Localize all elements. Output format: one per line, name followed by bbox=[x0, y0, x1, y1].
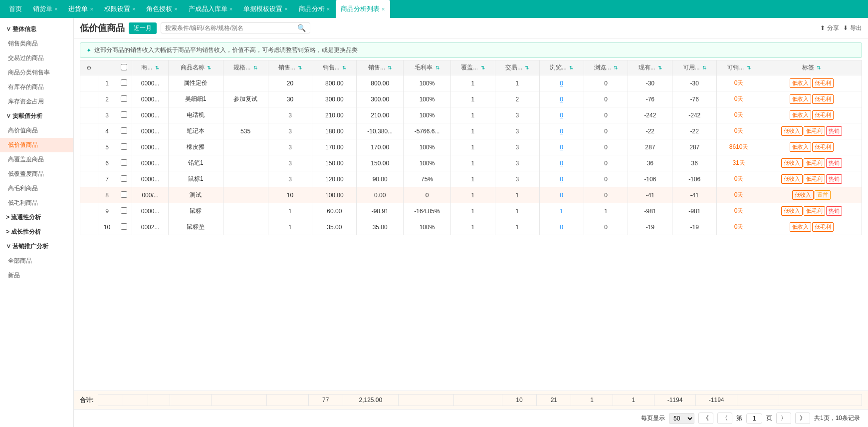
row-browse1[interactable]: 0 bbox=[539, 155, 584, 171]
row-browse1[interactable]: 0 bbox=[539, 139, 584, 155]
row-checkbox[interactable] bbox=[121, 175, 127, 182]
close-tab-icon[interactable]: × bbox=[284, 6, 287, 12]
sidebar-item-低毛利商品[interactable]: 低毛利商品 bbox=[0, 196, 73, 210]
th-sales-amount[interactable]: 销售... ⇅ bbox=[357, 60, 404, 75]
total-label: 合计: bbox=[80, 396, 94, 405]
sidebar-item-库存资金占用[interactable]: 库存资金占用 bbox=[0, 94, 73, 109]
total-cell-7: 2,125.00 bbox=[343, 395, 398, 406]
nav-item-单据模板设置[interactable]: 单据模板设置× bbox=[238, 0, 292, 18]
per-page-select[interactable]: 50 100 200 bbox=[669, 413, 694, 424]
sidebar-item-有库存的商品[interactable]: 有库存的商品 bbox=[0, 80, 73, 94]
row-checkbox[interactable] bbox=[121, 127, 127, 134]
row-browse1[interactable]: 0 bbox=[539, 75, 584, 91]
th-settings[interactable]: ⚙ bbox=[80, 60, 98, 75]
total-cell-15: -1194 bbox=[696, 395, 737, 406]
th-sales-price[interactable]: 销售... ⇅ bbox=[312, 60, 357, 75]
close-tab-icon[interactable]: × bbox=[382, 6, 385, 12]
row-browse1[interactable]: 0 bbox=[539, 219, 584, 235]
row-check[interactable] bbox=[116, 123, 132, 139]
row-checkbox[interactable] bbox=[121, 143, 127, 150]
sidebar-item-高毛利商品[interactable]: 高毛利商品 bbox=[0, 181, 73, 196]
sidebar-item-交易过的商品[interactable]: 交易过的商品 bbox=[0, 51, 73, 65]
close-tab-icon[interactable]: × bbox=[54, 6, 57, 12]
close-tab-icon[interactable]: × bbox=[132, 6, 135, 12]
row-check[interactable] bbox=[116, 155, 132, 171]
th-browse2[interactable]: 浏览... ⇅ bbox=[584, 60, 628, 75]
nav-item-销货单[interactable]: 销货单× bbox=[28, 0, 62, 18]
row-current-stock: -76 bbox=[628, 91, 672, 107]
next-page-button[interactable]: 〉 bbox=[776, 413, 791, 424]
th-cover[interactable]: 覆盖... ⇅ bbox=[450, 60, 495, 75]
select-all-checkbox[interactable] bbox=[121, 64, 127, 70]
nav-item-商品分析列表[interactable]: 商品分析列表× bbox=[336, 0, 390, 18]
row-checkbox[interactable] bbox=[121, 111, 127, 118]
filter-button[interactable]: 近一月 bbox=[129, 22, 157, 34]
row-browse1[interactable]: 1 bbox=[539, 203, 584, 219]
th-current-stock[interactable]: 现有... ⇅ bbox=[628, 60, 672, 75]
sidebar-group-整体信息[interactable]: ∨ 整体信息 bbox=[0, 22, 73, 36]
sidebar-item-低覆盖度商品[interactable]: 低覆盖度商品 bbox=[0, 167, 73, 181]
nav-item-产成品入库单[interactable]: 产成品入库单× bbox=[184, 0, 237, 18]
search-input[interactable] bbox=[165, 24, 297, 31]
row-check[interactable] bbox=[116, 75, 132, 91]
sidebar-group-营销推广分析[interactable]: ∨ 营销推广分析 bbox=[0, 239, 73, 254]
row-checkbox[interactable] bbox=[121, 191, 127, 198]
sidebar-item-高价值商品[interactable]: 高价值商品 bbox=[0, 123, 73, 138]
th-tags[interactable]: 标签 ⇅ bbox=[761, 60, 862, 75]
row-check[interactable] bbox=[116, 187, 132, 203]
row-check[interactable] bbox=[116, 171, 132, 187]
row-checkbox[interactable] bbox=[121, 79, 127, 86]
th-sales-qty[interactable]: 销售... ⇅ bbox=[268, 60, 312, 75]
prev-page-button[interactable]: 〈 bbox=[717, 413, 732, 424]
share-button[interactable]: ⬆ 分享 bbox=[820, 24, 839, 32]
row-checkbox[interactable] bbox=[121, 95, 127, 102]
nav-item-进货单[interactable]: 进货单× bbox=[63, 0, 98, 18]
sidebar-item-销售类商品[interactable]: 销售类商品 bbox=[0, 36, 73, 51]
first-page-button[interactable]: 《 bbox=[698, 413, 713, 424]
th-gross-rate[interactable]: 毛利率 ⇅ bbox=[404, 60, 451, 75]
row-browse1[interactable]: 0 bbox=[539, 91, 584, 107]
tag-低收入: 低收入 bbox=[790, 222, 811, 232]
row-check[interactable] bbox=[116, 203, 132, 219]
close-tab-icon[interactable]: × bbox=[229, 6, 232, 12]
nav-item-商品分析[interactable]: 商品分析× bbox=[294, 0, 335, 18]
th-trade[interactable]: 交易... ⇅ bbox=[495, 60, 539, 75]
sidebar-item-商品分类销售率[interactable]: 商品分类销售率 bbox=[0, 65, 73, 80]
nav-item-角色授权[interactable]: 角色授权× bbox=[141, 0, 182, 18]
sidebar-item-低价值商品[interactable]: 低价值商品 bbox=[0, 138, 73, 152]
last-page-button[interactable]: 》 bbox=[795, 413, 810, 424]
row-check[interactable] bbox=[116, 91, 132, 107]
search-icon[interactable]: 🔍 bbox=[297, 24, 306, 32]
close-tab-icon[interactable]: × bbox=[327, 6, 330, 12]
export-button[interactable]: ⬇ 导出 bbox=[843, 24, 862, 32]
row-browse1[interactable]: 0 bbox=[539, 171, 584, 187]
sidebar-group-贡献值分析[interactable]: ∨ 贡献值分析 bbox=[0, 109, 73, 123]
row-check[interactable] bbox=[116, 139, 132, 155]
row-checkbox[interactable] bbox=[121, 223, 127, 230]
th-spec[interactable]: 规格... ⇅ bbox=[223, 60, 268, 75]
row-browse1[interactable]: 0 bbox=[539, 187, 584, 203]
nav-item-权限设置[interactable]: 权限设置× bbox=[99, 0, 140, 18]
th-browse1[interactable]: 浏览... ⇅ bbox=[539, 60, 584, 75]
row-checkbox[interactable] bbox=[121, 207, 127, 214]
page-number-input[interactable] bbox=[746, 414, 762, 424]
th-sellable[interactable]: 可销... ⇅ bbox=[717, 60, 761, 75]
row-browse1[interactable]: 0 bbox=[539, 107, 584, 123]
row-browse1[interactable]: 0 bbox=[539, 123, 584, 139]
row-check[interactable] bbox=[116, 219, 132, 235]
sidebar-item-新品[interactable]: 新品 bbox=[0, 268, 73, 283]
table-wrapper[interactable]: ⚙ 商... ⇅ 商品名称 ⇅ 规格... ⇅ 销售... ⇅ 销售... ⇅ … bbox=[74, 60, 868, 391]
nav-item-首页[interactable]: 首页 bbox=[4, 0, 27, 18]
close-tab-icon[interactable]: × bbox=[174, 6, 177, 12]
row-check[interactable] bbox=[116, 107, 132, 123]
sidebar-item-高覆盖度商品[interactable]: 高覆盖度商品 bbox=[0, 152, 73, 167]
sidebar-item-全部商品[interactable]: 全部商品 bbox=[0, 254, 73, 268]
close-tab-icon[interactable]: × bbox=[90, 6, 93, 12]
tag-低毛利: 低毛利 bbox=[804, 174, 825, 184]
th-code[interactable]: 商... ⇅ bbox=[132, 60, 169, 75]
sidebar-group-成长性分析[interactable]: > 成长性分析 bbox=[0, 225, 73, 239]
th-available[interactable]: 可用... ⇅ bbox=[672, 60, 717, 75]
th-name[interactable]: 商品名称 ⇅ bbox=[169, 60, 223, 75]
row-checkbox[interactable] bbox=[121, 159, 127, 166]
sidebar-group-流通性分析[interactable]: > 流通性分析 bbox=[0, 210, 73, 225]
